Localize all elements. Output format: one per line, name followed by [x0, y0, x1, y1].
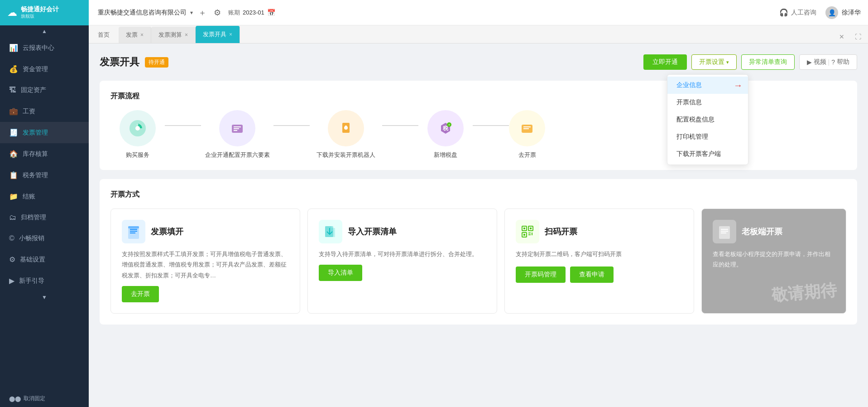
scan-apply-btn[interactable]: 查看申请 [570, 266, 614, 283]
sidebar-label-payroll: 工资 [23, 107, 35, 116]
svg-rect-20 [130, 233, 135, 233]
sidebar-item-inventory[interactable]: 🏠 库存核算 [0, 143, 89, 165]
sidebar-item-tax-mgmt[interactable]: 📋 税务管理 [0, 165, 89, 186]
period-label: 账期 [228, 9, 240, 17]
dropdown-item-invoice-info[interactable]: 开票信息 [667, 94, 748, 111]
basic-settings-icon: ⚙ [9, 255, 15, 264]
tab-invoice-issue-label: 发票开具 [203, 30, 226, 39]
manual-fill-desc: 支持按照发票样式手工填开发票；可开具增值税电子普通发票、增值税普通发票、增值税专… [122, 249, 289, 281]
dropdown-item-printer-mgmt[interactable]: 打印机管理 [667, 128, 748, 145]
workflow-step-3: 下载并安装开票机器人 [310, 110, 382, 159]
dropdown-label-download-client: 下载开票客户端 [676, 150, 721, 158]
tab-invoice-calc[interactable]: 发票测算 × [151, 27, 196, 43]
tax-mgmt-icon: 📋 [9, 171, 18, 179]
cloud-report-icon: 📊 [9, 44, 18, 52]
add-icon[interactable]: ＋ [198, 7, 206, 18]
sidebar-item-fixed-assets[interactable]: 🏗 固定资产 [0, 80, 89, 101]
dropdown-label-printer-mgmt: 打印机管理 [676, 133, 708, 141]
tab-home[interactable]: 首页 [89, 27, 119, 43]
question-icon: ? [831, 58, 835, 66]
workflow-step-4: 税+ 新增税盘 [418, 110, 473, 159]
sidebar-item-basic-settings[interactable]: ⚙ 基础设置 [0, 249, 89, 270]
arrow-indicator: → [734, 80, 743, 91]
sidebar-scroll-down[interactable]: ▼ [0, 291, 89, 303]
import-list-btn[interactable]: 导入清单 [319, 265, 362, 281]
settings-btn-label: 开票设置 [699, 58, 724, 66]
import-list-desc: 支持导入待开票清单，可对待开票清单进行拆分、合并处理。 [319, 249, 486, 259]
cancel-pin-label: 取消固定 [24, 395, 45, 402]
activate-btn[interactable]: 立即开通 [643, 54, 687, 70]
app-logo-badge: 旗舰版 [21, 13, 59, 19]
settlement-icon: 📁 [9, 192, 18, 201]
billing-title: 开票方式 [110, 190, 846, 199]
window-close-btn[interactable]: ✕ [835, 30, 848, 43]
settings-btn[interactable]: 开票设置 ▾ [691, 54, 737, 70]
workflow-step-2: 企业开通配置开票六要素 [201, 110, 273, 159]
user-name: 徐泽华 [842, 9, 861, 17]
new-guide-icon: ▶ [9, 276, 14, 285]
sidebar-label-settlement: 结账 [23, 193, 35, 201]
sidebar-item-payroll[interactable]: 💼 工资 [0, 101, 89, 122]
sidebar-item-xiaochang[interactable]: © 小畅报销 [0, 228, 89, 249]
scan-desc: 支持定制开票二维码，客户端可扫码开票 [516, 249, 683, 259]
tab-invoice-calc-close[interactable]: × [185, 32, 188, 38]
fund-mgmt-icon: 💰 [9, 65, 18, 73]
workflow-step-1: + 购买服务 [110, 110, 165, 159]
headset-icon: 🎧 [779, 8, 788, 17]
boss-desc: 查看老板端小程序提交的开票申请，并作出相应的处理。 [713, 249, 835, 270]
window-maximize-btn[interactable]: ⛶ [852, 30, 864, 43]
svg-rect-19 [130, 231, 137, 232]
page-content: 发票开具 待开通 立即开通 开票设置 ▾ 异常清单查询 ▶ 视频 [89, 44, 868, 407]
fixed-assets-icon: 🏗 [9, 86, 16, 94]
video-label: 视频 [814, 58, 826, 66]
step1-label: 购买服务 [126, 151, 149, 159]
help-btn[interactable]: 🎧 人工咨询 [779, 8, 816, 17]
abnormal-btn[interactable]: 异常清单查询 [741, 54, 795, 70]
manual-fill-btn[interactable]: 去开票 [122, 286, 159, 302]
tab-home-label: 首页 [98, 31, 110, 39]
sidebar-label-cloud-report: 云报表中心 [23, 44, 54, 52]
tab-invoice-issue-close[interactable]: × [229, 31, 232, 38]
sidebar-label-inventory: 库存核算 [23, 150, 48, 158]
period-value: 2023-01 [243, 9, 264, 16]
dropdown-menu: 企业信息 → 开票信息 配置税盘信息 打印机管理 [667, 74, 748, 165]
company-chevron-icon[interactable]: ▾ [190, 10, 193, 16]
settings-chevron-icon: ▾ [726, 59, 729, 65]
scan-qrcode-btn[interactable]: 开票码管理 [516, 266, 566, 283]
sidebar-label-fixed-assets: 固定资产 [21, 86, 46, 94]
company-selector[interactable]: 重庆畅捷交通信息咨询有限公司 ▾ [98, 9, 193, 17]
app-logo-text: 畅捷通好会计 [21, 5, 59, 13]
dropdown-item-download-client[interactable]: 下载开票客户端 [667, 145, 748, 163]
sidebar-item-fund-mgmt[interactable]: 💰 资金管理 [0, 58, 89, 80]
tab-invoice-issue[interactable]: 发票开具 × [196, 26, 240, 43]
sidebar-item-new-guide[interactable]: ▶ 新手引导 [0, 270, 89, 291]
billing-card-manual-fill: 发票填开 支持按照发票样式手工填开发票；可开具增值税电子普通发票、增值税普通发票… [110, 208, 300, 314]
user-info[interactable]: 👤 徐泽华 [825, 6, 861, 19]
step3-label: 下载并安装开票机器人 [317, 151, 375, 159]
sidebar-item-archive-mgmt[interactable]: 🗂 归档管理 [0, 207, 89, 228]
manual-fill-title: 发票填开 [151, 226, 183, 237]
import-list-title: 导入开票清单 [348, 226, 397, 237]
video-help-btn[interactable]: ▶ 视频 | ? 帮助 [799, 54, 857, 70]
dropdown-item-company-info[interactable]: 企业信息 → [667, 77, 748, 94]
step-divider-4 [473, 125, 509, 126]
tab-invoice-close[interactable]: × [140, 32, 144, 38]
step-divider-1 [165, 125, 201, 126]
sidebar-item-settlement[interactable]: 📁 结账 [0, 186, 89, 207]
tab-invoice-label: 发票 [126, 31, 138, 39]
step-divider-3 [382, 125, 418, 126]
cloud-icon: ☁ [7, 7, 17, 19]
invoice-mgmt-icon: 🧾 [9, 128, 18, 137]
svg-rect-31 [528, 233, 531, 233]
help-label: 人工咨询 [791, 9, 816, 17]
tab-invoice[interactable]: 发票 × [119, 27, 151, 43]
sidebar-scroll-up[interactable]: ▲ [0, 25, 89, 37]
calendar-icon[interactable]: 📅 [267, 9, 276, 17]
sidebar-item-cloud-report[interactable]: 📊 云报表中心 [0, 37, 89, 58]
manual-fill-icon [122, 220, 145, 243]
sidebar-item-invoice-mgmt[interactable]: 🧾 发票管理 [0, 122, 89, 143]
cancel-pin-btn[interactable]: ⬤⬤ 取消固定 [0, 390, 89, 407]
settings-icon[interactable]: ⚙ [214, 8, 221, 18]
dropdown-item-tax-disk-config[interactable]: 配置税盘信息 [667, 111, 748, 128]
billing-section: 开票方式 发票填开 支持按照发票样式手工填开发票；可开具增值税电子普通发票、增值… [100, 179, 857, 325]
